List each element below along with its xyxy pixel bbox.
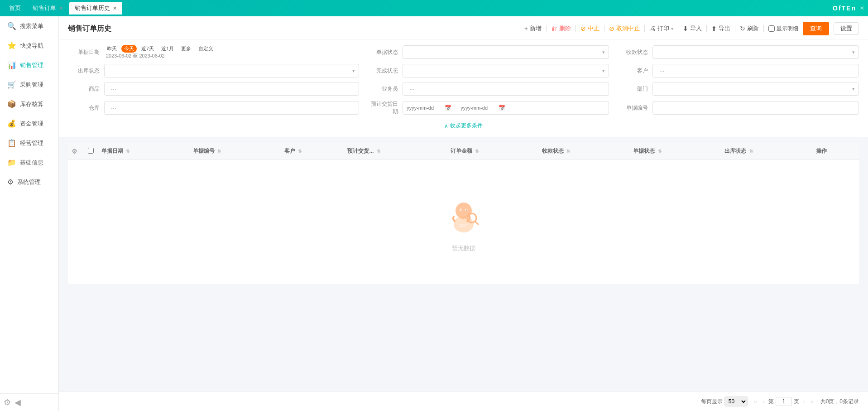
th-gear: ⚙: [68, 143, 84, 160]
delivery-date-range[interactable]: 📅 — 📅: [403, 101, 609, 115]
data-table: ⚙ 单据日期 ⇅ 单据编号 ⇅: [68, 143, 859, 284]
th-date[interactable]: 单据日期 ⇅: [98, 143, 189, 160]
stop-icon: ⊘: [580, 25, 586, 32]
show-detail[interactable]: 显示明细: [768, 25, 798, 33]
settings-button[interactable]: 设置: [834, 22, 859, 35]
topbar-close-btn[interactable]: ✕: [860, 5, 864, 11]
delivery-date-cal2: 📅: [499, 105, 505, 111]
department-label: 部门: [616, 85, 652, 93]
collection-status-select[interactable]: ▾: [652, 45, 859, 59]
divider-1: [546, 25, 547, 32]
customer-dots[interactable]: ···: [659, 67, 665, 74]
btn-import[interactable]: ⬇ 导入: [683, 24, 702, 33]
btn-cancel-stop[interactable]: ⊘ 取消中止: [609, 24, 640, 33]
page-label: 第: [768, 398, 774, 406]
svg-point-4: [460, 209, 461, 210]
query-button[interactable]: 查询: [803, 22, 829, 35]
table-gear-icon[interactable]: ⚙: [72, 148, 77, 155]
show-detail-label: 显示明细: [777, 25, 798, 33]
goods-field[interactable]: ···: [104, 82, 359, 96]
sidebar-item-finance[interactable]: 💰 资金管理: [0, 114, 58, 133]
tab-home[interactable]: 首页: [4, 2, 26, 15]
customer-field[interactable]: ···: [652, 64, 859, 77]
delivery-date-end[interactable]: [460, 105, 497, 111]
salesman-dots[interactable]: ···: [409, 85, 415, 92]
sidebar-item-finance-label: 资金管理: [20, 120, 43, 128]
bill-no-field[interactable]: [652, 101, 859, 115]
sidebar-item-system[interactable]: ⚙ 系统管理: [0, 172, 58, 192]
bill-status-select[interactable]: ▾: [403, 45, 609, 59]
btn-print[interactable]: 🖨 打印 ▾: [649, 24, 673, 33]
th-delivery[interactable]: 预计交货... ⇅: [344, 143, 447, 160]
th-bill-no-label: 单据编号: [193, 148, 215, 154]
btn-refresh-label: 刷新: [747, 24, 759, 33]
th-bill-no[interactable]: 单据编号 ⇅: [189, 143, 281, 160]
date-btn-custom[interactable]: 自定义: [196, 45, 216, 53]
sidebar-collapse-btn[interactable]: ◀: [14, 397, 21, 407]
finance-icon: 💰: [7, 119, 16, 128]
btn-delete-label: 删除: [559, 24, 571, 33]
sidebar-item-search[interactable]: 🔍 搜索菜单: [0, 16, 58, 36]
tab-sales-history-close[interactable]: ✕: [113, 5, 117, 11]
complete-status-select[interactable]: ▾: [403, 64, 609, 77]
brand-text: OfTEn: [833, 5, 856, 12]
show-detail-checkbox[interactable]: [768, 25, 775, 32]
svg-line-7: [475, 221, 478, 224]
warehouse-dots[interactable]: ···: [111, 104, 116, 111]
sidebar-item-purchase[interactable]: 🛒 采购管理: [0, 75, 58, 94]
sidebar-item-basic[interactable]: 📁 基础信息: [0, 153, 58, 172]
per-page: 每页显示 10 20 50 100: [701, 396, 748, 406]
per-page-select[interactable]: 10 20 50 100: [724, 396, 748, 406]
th-out-status-sort: ⇅: [749, 149, 753, 154]
warehouse-field[interactable]: ···: [104, 101, 359, 115]
page-next-btn[interactable]: ›: [801, 397, 807, 406]
th-customer[interactable]: 客户 ⇅: [281, 143, 344, 160]
out-status-arrow: ▾: [352, 68, 355, 74]
empty-text: 暂无数据: [452, 244, 475, 252]
tab-sales-order[interactable]: 销售订单 ✕: [27, 2, 68, 15]
salesman-label: 业务员: [366, 85, 403, 93]
date-btn-today[interactable]: 今天: [121, 45, 137, 53]
goods-dots[interactable]: ···: [111, 85, 116, 92]
sidebar-item-shortcut[interactable]: ⭐ 快捷导航: [0, 36, 58, 55]
sidebar-item-inventory-label: 库存核算: [20, 100, 43, 108]
sidebar-item-basic-label: 基础信息: [20, 159, 43, 167]
page-input[interactable]: [776, 397, 792, 406]
out-status-select[interactable]: ▾: [104, 64, 359, 77]
collection-status-label: 收款状态: [616, 48, 652, 56]
btn-stop[interactable]: ⊘ 中止: [580, 24, 599, 33]
main-content: 销售订单历史 + 新增 🗑 删除 ⊘ 中止: [59, 16, 868, 411]
th-action-label: 操作: [816, 148, 827, 154]
btn-delete[interactable]: 🗑 删除: [551, 24, 571, 33]
th-collection-status-label: 收款状态: [542, 148, 564, 154]
sidebar-item-sales[interactable]: 📊 销售管理: [0, 55, 58, 75]
page-prev-btn[interactable]: ‹: [761, 397, 767, 406]
date-filter-content: 昨天 今天 近7天 近1月 更多 自定义 2023-06-02 至 2023-0…: [104, 45, 359, 59]
date-buttons: 昨天 今天 近7天 近1月 更多 自定义: [104, 45, 359, 53]
date-btn-yesterday[interactable]: 昨天: [104, 45, 120, 53]
th-date-sort: ⇅: [126, 149, 129, 154]
salesman-field[interactable]: ···: [403, 82, 609, 96]
btn-refresh[interactable]: ↻ 刷新: [740, 24, 759, 33]
btn-add[interactable]: + 新增: [524, 24, 542, 33]
th-collection-status[interactable]: 收款状态 ⇅: [538, 143, 630, 160]
th-out-status[interactable]: 出库状态 ⇅: [721, 143, 812, 160]
collapse-row[interactable]: ∧ 收起更多条件: [68, 120, 859, 131]
page-first-btn[interactable]: «: [752, 397, 759, 406]
sidebar-item-operation[interactable]: 📋 经营管理: [0, 133, 58, 153]
date-btn-7days[interactable]: 近7天: [139, 45, 157, 53]
tab-sales-history[interactable]: 销售订单历史 ✕: [69, 2, 122, 15]
select-all-checkbox[interactable]: [88, 148, 94, 154]
tab-sales-order-close[interactable]: ✕: [59, 5, 63, 11]
department-select[interactable]: ▾: [652, 82, 859, 96]
btn-export[interactable]: ⬆ 导出: [711, 24, 730, 33]
th-bill-status[interactable]: 单据状态 ⇅: [629, 143, 721, 160]
sidebar-item-inventory[interactable]: 📦 库存核算: [0, 94, 58, 114]
page-last-btn[interactable]: »: [809, 397, 816, 406]
sidebar-settings-btn[interactable]: ⚙: [4, 397, 11, 407]
th-amount[interactable]: 订单金额 ⇅: [447, 143, 538, 160]
delivery-date-start[interactable]: [407, 105, 443, 111]
date-btn-1month[interactable]: 近1月: [158, 45, 177, 53]
table-body: 暂无数据: [68, 160, 859, 285]
date-btn-more[interactable]: 更多: [178, 45, 194, 53]
